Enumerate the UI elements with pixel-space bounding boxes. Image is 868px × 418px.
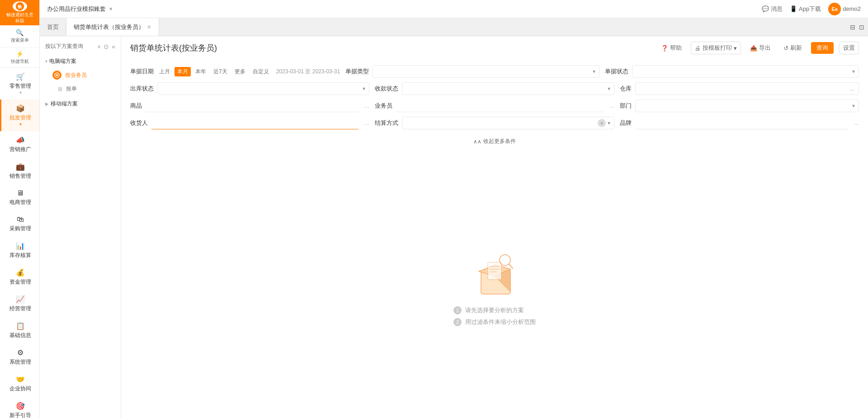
help-icon: ❓ [661,45,668,52]
salesperson-dots[interactable]: … [609,103,614,109]
filter-date: 单据日期 上月 本月 本年 近7天 更多 自定义 2023-03-01 至 20… [130,67,340,76]
collapse-icon: ∧∧ [473,138,481,145]
left-panel-header: 按以下方案查询 + ⊙ « [40,40,121,53]
mobile-group-header[interactable]: ▶ 移动端方案 [40,97,121,110]
date-buttons: 上月 本月 本年 近7天 更多 自定义 [156,67,272,76]
desktop-group-label: 电脑端方案 [49,57,76,65]
receipt-status-arrow: ▾ [608,86,610,92]
page-actions: ❓ 帮助 🖨 按模板打印 ▾ 📤 导出 ↺ [657,42,859,54]
sidebar-item-sales[interactable]: 💼 销售管理 [0,158,39,185]
payment-select[interactable]: ✕ ▾ [402,117,614,129]
sidebar-item-operation[interactable]: 📈 经营管理 [0,290,39,317]
goods-dots[interactable]: … [364,103,369,109]
sidebar-item-finance[interactable]: 💰 资金管理 [0,264,39,290]
app-download-btn[interactable]: 📱 App下载 [790,5,821,13]
consignee-input[interactable] [151,117,359,129]
more-btn[interactable]: 更多 [232,67,248,76]
payment-clear-btn[interactable]: ✕ [598,119,606,127]
print-btn[interactable]: 🖨 按模板打印 ▾ [691,42,741,54]
sidebar-item-inventory[interactable]: 📊 库存核算 [0,237,39,264]
collapse-panel-btn[interactable]: « [112,43,115,50]
add-scheme-btn[interactable]: + [97,43,101,50]
tabbar-minimize-icon[interactable]: ⊟ [850,24,855,31]
tabbar-maximize-icon[interactable]: ⊡ [859,24,864,31]
doc-type-select[interactable]: ▾ [373,65,599,78]
brand-input[interactable] [635,117,848,129]
custom-btn[interactable]: 自定义 [250,67,272,76]
download-icon: 📱 [790,5,797,12]
filter-doc-type: 单据类型 ▾ [345,65,599,78]
refresh-icon: ↺ [783,45,788,52]
filter-receipt-status: 收款状态 ▾ [375,82,614,95]
refresh-btn[interactable]: ↺ 刷新 [780,42,806,54]
scheme-by-order[interactable]: ⊞ 按单 [40,82,121,95]
sidebar-item-system[interactable]: ⚙ 系统管理 [0,344,39,370]
salesperson-input[interactable] [396,100,603,112]
filter-brand: 品牌 … [620,117,859,129]
scheme-group-desktop: ▾ 电脑端方案 按业务员 ⊞ 按单 [40,55,121,95]
mobile-group-label: 移动端方案 [51,100,78,108]
sidebar-item-marketing[interactable]: 📣 营销推广 [0,131,39,158]
sidebar-item-newbie[interactable]: 🎯 新手引导 [0,397,39,418]
tab-home-label: 首页 [47,23,59,31]
nav-label: 快捷导航 [11,58,29,65]
query-btn[interactable]: 查询 [811,42,834,54]
consignee-dots[interactable]: … [364,120,369,126]
purchase-label: 采购管理 [9,225,31,233]
tab-close-btn[interactable]: ✕ [147,24,151,30]
sidebar: 畅 畅捷通好生意 标版 🔍 搜索菜单 ⚡ 快捷导航 🛒 零售管理 ▾ 📦 批发管… [0,0,40,418]
quick-nav[interactable]: ⚡ 快捷导航 [0,48,39,68]
collapse-btn[interactable]: ∧∧ 收起更多条件 [130,134,859,149]
filter-salesperson: 业务员 … [375,100,614,112]
help-label: 帮助 [670,44,682,52]
sidebar-item-retail[interactable]: 🛒 零售管理 ▾ [0,68,39,100]
doc-status-select[interactable]: ▾ [632,65,859,78]
download-label: App下载 [799,5,821,13]
right-panel: 销货单统计表(按业务员) ❓ 帮助 🖨 按模板打印 ▾ 📤 [121,36,868,418]
query-label: 查询 [816,44,828,52]
basic-icon: 📋 [16,322,25,330]
empty-hint-2: 2 用过滤条件来缩小分析范围 [453,318,536,326]
export-btn[interactable]: 📤 导出 [746,42,774,54]
enterprise-icon: 🤝 [16,375,25,384]
tabbar-actions: ⊟ ⊡ [846,18,868,36]
settings-scheme-btn[interactable]: ⊙ [104,43,109,50]
settings-btn[interactable]: 设置 [839,42,859,54]
sidebar-item-ecommerce[interactable]: 🖥 电商管理 [0,185,39,211]
search-menu[interactable]: 🔍 搜索菜单 [0,25,39,48]
tab-home[interactable]: 首页 [40,18,66,36]
sidebar-item-basic[interactable]: 📋 基础信息 [0,317,39,344]
avatar-text: Ea [832,6,838,12]
wholesale-label: 批发管理 [9,114,31,122]
last7-btn[interactable]: 近7天 [211,67,230,76]
sidebar-item-purchase[interactable]: 🛍 采购管理 [0,211,39,237]
warehouse-select[interactable]: … [635,82,859,95]
help-btn[interactable]: ❓ 帮助 [657,42,685,54]
scheme-salesperson-label: 按业务员 [65,71,87,79]
desktop-group-header[interactable]: ▾ 电脑端方案 [40,55,121,68]
hint-text-2: 用过滤条件来缩小分析范围 [465,318,536,326]
tab-sales-stats[interactable]: 销货单统计表（按业务员） ✕ [66,18,159,36]
goods-input[interactable] [146,100,359,112]
sidebar-item-enterprise[interactable]: 🤝 企业协同 [0,370,39,397]
sidebar-item-wholesale[interactable]: 📦 批发管理 ▾ [0,100,39,131]
this-month-btn[interactable]: 本月 [175,67,191,76]
print-dropdown-icon[interactable]: ▾ [734,45,737,52]
hint-text-1: 请先选择要分析的方案 [465,306,524,314]
last-month-btn[interactable]: 上月 [156,67,173,76]
logo-icon: 畅 [13,1,27,11]
message-btn[interactable]: 💬 消息 [762,5,783,13]
scheme-by-salesperson[interactable]: 按业务员 [40,68,121,82]
workspace-arrow[interactable]: ▾ [109,5,113,12]
out-status-select[interactable]: ▾ [157,82,369,95]
message-icon: 💬 [762,5,769,12]
this-year-btn[interactable]: 本年 [193,67,209,76]
dept-select[interactable]: ▾ [635,100,859,112]
user-menu[interactable]: Ea demo2 [828,3,861,15]
svg-text:畅: 畅 [17,5,21,9]
brand-dots[interactable]: … [854,120,859,126]
main-area: 办公用品行业模拟账套 ▾ 💬 消息 📱 App下载 Ea demo2 首页 [40,0,868,418]
doc-status-label: 单据状态 [605,67,628,76]
topbar-right: 💬 消息 📱 App下载 Ea demo2 [762,3,861,15]
receipt-status-select[interactable]: ▾ [402,82,614,95]
